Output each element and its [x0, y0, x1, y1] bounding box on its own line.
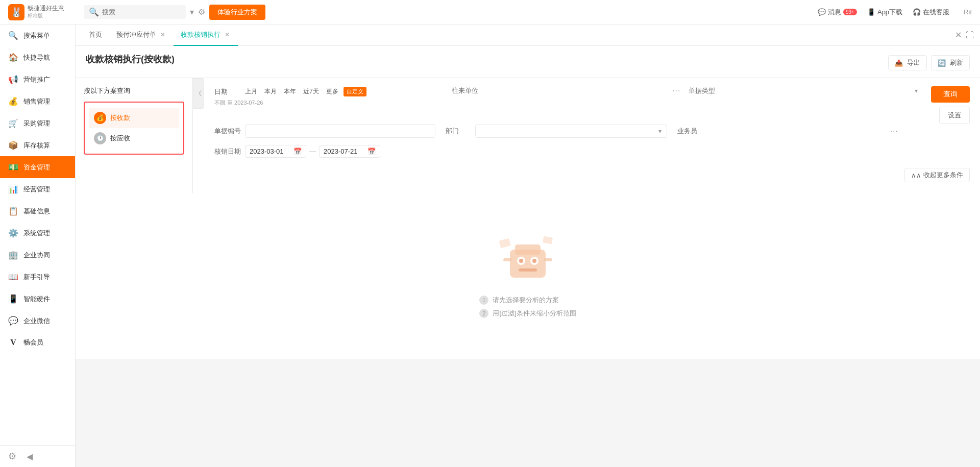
close-window-icon[interactable]: ✕: [955, 30, 962, 40]
empty-tips: 1 请先选择要分析的方案 2 用[过滤]条件来缩小分析范围: [479, 296, 576, 318]
last-month-btn[interactable]: 上月: [243, 86, 259, 97]
sidebar-item-biz[interactable]: 📊 经营管理: [0, 178, 75, 200]
sidebar-settings-icon[interactable]: ⚙: [8, 451, 16, 462]
sidebar-item-guide[interactable]: 📖 新手引导: [0, 266, 75, 288]
sys-mgmt-icon: ⚙️: [8, 228, 18, 238]
tab-bar: 首页 预付冲应付单 ✕ 收款核销执行 ✕ ✕ ⛶: [76, 24, 980, 46]
more-btn[interactable]: 更多: [324, 86, 340, 97]
search-box[interactable]: 🔍: [84, 5, 186, 19]
marketing-icon: 📢: [8, 75, 18, 84]
logo-text-area: 畅捷通好生意 标准版: [28, 5, 64, 19]
online-service-button[interactable]: 🎧 在线客服: [913, 8, 949, 17]
sidebar-item-wechat[interactable]: 💬 企业微信: [0, 310, 75, 332]
tab-collection-exec[interactable]: 收款核销执行 ✕: [174, 24, 238, 46]
industry-solution-button[interactable]: 体验行业方案: [209, 5, 265, 20]
svg-point-5: [532, 259, 536, 263]
dept-chevron-icon: ▾: [658, 128, 662, 135]
tip-num-2: 2: [479, 309, 488, 318]
more-conditions-label: 收起更多条件: [923, 170, 963, 180]
svg-rect-10: [543, 236, 553, 244]
sidebar-item-finance[interactable]: 💵 资金管理: [0, 156, 75, 178]
voucher-no-field: 单据编号: [214, 124, 435, 138]
sidebar-item-purchase[interactable]: 🛒 采购管理: [0, 112, 75, 134]
writeoff-date-range: 2023-03-01 📅 — 2023-07-21 📅: [245, 145, 380, 158]
settings-icon[interactable]: ⚙: [198, 7, 205, 17]
empty-illustration: [497, 234, 558, 285]
topbar-center: 🔍 ▾ ⚙ 体验行业方案: [84, 5, 818, 20]
tab-home[interactable]: 首页: [82, 24, 109, 46]
download-icon: 📱: [867, 8, 875, 16]
filter-option-by-receivable[interactable]: 🕐 按应收: [89, 128, 179, 149]
this-month-btn[interactable]: 本月: [262, 86, 279, 97]
sidebar-item-label: 企业协同: [23, 251, 50, 260]
writeoff-date-start[interactable]: 2023-03-01 📅: [245, 145, 306, 158]
sidebar-item-enterprise[interactable]: 🏢 企业协同: [0, 244, 75, 266]
custom-date-tag[interactable]: 自定义: [344, 87, 366, 96]
page-actions: 📤导出 🔄刷新: [888, 55, 970, 70]
sidebar-item-sys-mgmt[interactable]: ⚙️ 系统管理: [0, 222, 75, 244]
purchase-icon: 🛒: [8, 118, 18, 128]
tab-collection-label: 收款核销执行: [181, 30, 220, 39]
counterpart-dots-btn[interactable]: ···: [672, 86, 680, 95]
tab-collection-close[interactable]: ✕: [224, 30, 231, 39]
export-button[interactable]: 📤导出: [888, 55, 927, 70]
search-menu-icon: 🔍: [8, 31, 18, 40]
tab-prepay-close[interactable]: ✕: [159, 30, 166, 39]
date-label: 日期: [214, 87, 240, 96]
sidebar-item-smart-hw[interactable]: 📱 智能硬件: [0, 288, 75, 310]
sidebar-item-quick-nav[interactable]: 🏠 快捷导航: [0, 46, 75, 68]
search-icon: 🔍: [89, 7, 99, 17]
tab-bar-right: ✕ ⛶: [955, 30, 974, 40]
sidebar-item-marketing[interactable]: 📢 营销推广: [0, 68, 75, 90]
search-input[interactable]: [102, 8, 179, 16]
empty-tip-2: 2 用[过滤]条件来缩小分析范围: [479, 309, 576, 318]
this-year-btn[interactable]: 本年: [282, 86, 298, 97]
page-body: 按以下方案查询 💰 按收款 🕐 按应收 《: [76, 78, 980, 467]
message-icon: 💬: [818, 8, 826, 16]
sidebar-collapse-icon[interactable]: ◀: [27, 452, 33, 461]
dept-select[interactable]: ▾: [475, 125, 667, 138]
setting-button[interactable]: 设置: [939, 107, 970, 124]
topbar-right: 💬 消息 99+ 📱 App下载 🎧 在线客服 Rit: [818, 8, 972, 17]
by-receivable-label: 按应收: [110, 134, 130, 143]
maximize-icon[interactable]: ⛶: [966, 31, 974, 40]
biz-icon: 📊: [8, 184, 18, 194]
by-receivable-icon: 🕐: [94, 132, 106, 144]
last-7-days-btn[interactable]: 近7天: [301, 86, 321, 97]
refresh-icon: 🔄: [938, 59, 946, 67]
sidebar-item-vip[interactable]: V 畅会员: [0, 332, 75, 353]
service-icon: 🎧: [913, 8, 921, 16]
tip-num-1: 1: [479, 296, 488, 305]
more-conditions-button[interactable]: ∧∧ 收起更多条件: [904, 168, 970, 182]
filter-option-by-receipt[interactable]: 💰 按收款: [89, 108, 179, 128]
online-service-label: 在线客服: [923, 8, 949, 17]
refresh-button[interactable]: 🔄刷新: [931, 55, 970, 70]
filter-panel-title: 按以下方案查询: [84, 86, 184, 95]
writeoff-date-end[interactable]: 2023-07-21 📅: [319, 145, 380, 158]
sidebar-item-label: 资金管理: [23, 163, 50, 172]
staff-dots-btn[interactable]: ···: [890, 127, 898, 136]
sidebar-item-basic-info[interactable]: 📋 基础信息: [0, 200, 75, 222]
svg-rect-6: [519, 268, 537, 272]
messages-button[interactable]: 💬 消息 99+: [818, 8, 857, 17]
user-name[interactable]: Rit: [964, 8, 972, 16]
tab-home-label: 首页: [89, 30, 102, 39]
counterpart-label: 往来单位: [452, 86, 478, 95]
sidebar: 🔍 搜索菜单 🏠 快捷导航 📢 营销推广 💰 销售管理 🛒 采购管理 📦 库存核…: [0, 24, 76, 467]
sidebar-item-inventory[interactable]: 📦 库存核算: [0, 134, 75, 156]
tab-prepay-orders[interactable]: 预付冲应付单 ✕: [109, 24, 174, 46]
dropdown-icon[interactable]: ▾: [190, 7, 194, 17]
empty-robot-svg: [497, 234, 558, 285]
app-badge: 标准版: [28, 12, 64, 19]
query-button[interactable]: 查询: [931, 86, 970, 103]
app-download-button[interactable]: 📱 App下载: [867, 8, 902, 17]
filter-collapse-button[interactable]: 《: [193, 78, 204, 109]
date-separator: —: [309, 148, 316, 155]
voucher-no-input[interactable]: [245, 124, 435, 138]
sidebar-item-search-menu[interactable]: 🔍 搜索菜单: [0, 24, 75, 46]
sidebar-item-sales[interactable]: 💰 销售管理: [0, 90, 75, 112]
tip-text-1: 请先选择要分析的方案: [493, 296, 559, 305]
writeoff-date-field: 核销日期 2023-03-01 📅 — 2023-07-21 📅: [214, 145, 970, 158]
voucher-type-chevron[interactable]: ▾: [915, 87, 918, 94]
logo-area: 🐰 畅捷通好生意 标准版: [8, 4, 84, 20]
